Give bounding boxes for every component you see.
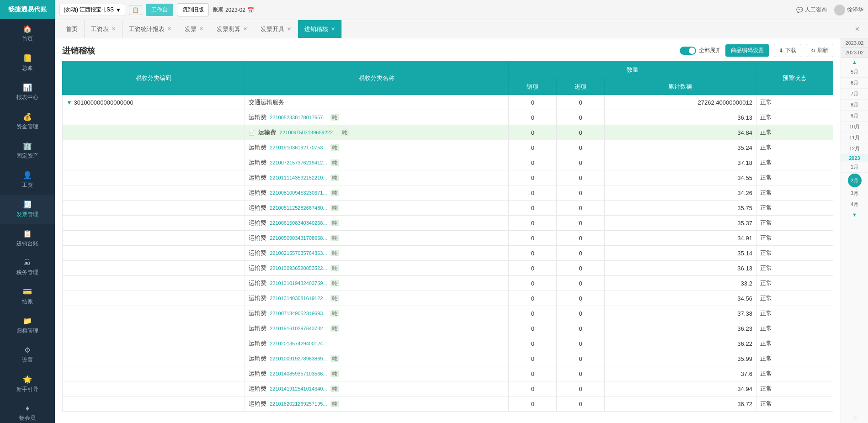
workbench-button[interactable]: 工作台 xyxy=(146,4,173,16)
page-title: 进销稽核 xyxy=(62,45,95,56)
tab-invoice-open[interactable]: 发票开具 ✕ xyxy=(254,20,298,38)
table-cell-name: 运输费 2210182021269257195... 吨 xyxy=(245,397,509,412)
tab-salary-table[interactable]: 工资表 ✕ xyxy=(85,20,122,38)
calendar-icon[interactable]: 📅 xyxy=(247,7,254,13)
calendar-month-12[interactable]: 12月 xyxy=(841,143,868,154)
sidebar-item-member[interactable]: ♦ 畅会员 xyxy=(0,399,55,423)
sidebar-item-salary[interactable]: 👤 工资 xyxy=(0,165,55,195)
table-cell-purchase: 0 xyxy=(557,397,605,412)
table-cell-sales: 0 xyxy=(509,170,557,185)
table-cell-name: 运输费 2210111143592152210... 吨 xyxy=(245,170,509,185)
copy-button[interactable]: 📋 xyxy=(129,5,142,15)
calendar-month-11[interactable]: 11月 xyxy=(841,132,868,143)
table-cell-name: 运输费 2210191610297643732... 吨 xyxy=(245,321,509,336)
user-menu[interactable]: 徐泽华 xyxy=(834,5,863,16)
table-cell-purchase: 0 xyxy=(557,185,605,201)
sidebar-item-tax[interactable]: 🏛 税务管理 xyxy=(0,253,55,282)
table-cell-code xyxy=(63,336,245,351)
tab-invoice[interactable]: 发票 ✕ xyxy=(178,20,210,38)
tab-home[interactable]: 首页 xyxy=(59,20,85,38)
table-cell-name: 运输费 2210081009453230371... 吨 xyxy=(245,185,509,201)
sidebar-label-guide: 新手引导 xyxy=(16,386,38,393)
tab-invoice-open-label: 发票开具 xyxy=(261,25,284,33)
tab-reconcile-label: 进销稽核 xyxy=(304,25,328,33)
tab-invoice-calc[interactable]: 发票测算 ✕ xyxy=(210,20,254,38)
table-cell-sales: 0 xyxy=(509,336,557,351)
tab-salary-stats[interactable]: 工资统计报表 ✕ xyxy=(122,20,178,38)
table-cell-status: 正常 xyxy=(756,110,833,125)
tab-salary-close-icon[interactable]: ✕ xyxy=(112,26,116,32)
sidebar-item-home[interactable]: 🏠 首页 xyxy=(0,19,55,48)
table-cell-purchase: 0 xyxy=(557,321,605,336)
calendar-month-10[interactable]: 10月 xyxy=(841,122,868,132)
calendar-month-1[interactable]: 1月 xyxy=(841,162,868,173)
support-button[interactable]: 💬 人工咨询 xyxy=(796,6,827,14)
table-cell-sales: 0 xyxy=(509,351,557,366)
close-all-button[interactable]: ✕ xyxy=(851,26,863,32)
sidebar-item-assets[interactable]: 🏢 固定资产 xyxy=(0,136,55,165)
tab-reconcile-close-icon[interactable]: ✕ xyxy=(331,26,335,32)
calendar-month-2-active[interactable]: 2月 xyxy=(848,174,862,187)
company-selector[interactable]: (勿动) 江西报宝-LSS ▼ xyxy=(59,4,125,16)
table-cell-name: 运输费 2210131019432403759... 吨 xyxy=(245,276,509,291)
sidebar-item-ledger[interactable]: 📒 总账 xyxy=(0,48,55,78)
tab-salary-stats-close-icon[interactable]: ✕ xyxy=(167,26,171,32)
table-cell-sales: 0 xyxy=(509,110,557,125)
table-cell-name: 运输费 2210052338178017657... 吨 xyxy=(245,110,509,125)
table-cell-status: 正常 xyxy=(756,276,833,291)
sidebar-item-reports[interactable]: 📊 报表中心 xyxy=(0,78,55,107)
expand-icon[interactable]: ▼ xyxy=(66,99,74,106)
calendar-month-4[interactable]: 4月 xyxy=(841,199,868,210)
sidebar-item-guide[interactable]: 🌟 新手引导 xyxy=(0,370,55,399)
sidebar-item-capital[interactable]: 💰 资金管理 xyxy=(0,107,55,136)
sidebar-item-invoice[interactable]: 🧾 发票管理 xyxy=(0,195,55,224)
calendar-up-arrow[interactable]: ▲ xyxy=(841,58,868,67)
sidebar-item-settlement[interactable]: 💳 结账 xyxy=(0,282,55,311)
tab-invoice-close-icon[interactable]: ✕ xyxy=(199,26,203,32)
tab-invoice-calc-close-icon[interactable]: ✕ xyxy=(243,26,247,32)
reports-icon: 📊 xyxy=(23,83,32,92)
table-cell-purchase: 0 xyxy=(557,336,605,351)
sidebar-label-ledger: 总账 xyxy=(22,64,33,72)
calendar-month-8[interactable]: 8月 xyxy=(841,100,868,111)
col-tax-name: 税收分类名称 xyxy=(245,61,509,95)
main-area: (勿动) 江西报宝-LSS ▼ 📋 工作台 切到旧版 账期 2023-02 📅 … xyxy=(55,0,868,423)
table-cell-purchase: 0 xyxy=(557,140,605,155)
tab-reconcile[interactable]: 进销稽核 ✕ xyxy=(298,20,342,38)
download-button[interactable]: ⬇ 下载 xyxy=(774,44,801,57)
sidebar-item-sales-ledger[interactable]: 📋 进销台账 xyxy=(0,224,55,253)
table-cell-purchase: 0 xyxy=(557,231,605,246)
product-code-button[interactable]: 商品编码设置 xyxy=(725,44,769,57)
tab-invoice-open-close-icon[interactable]: ✕ xyxy=(287,26,291,32)
table-cell-name: 运输费 2210061508340340268... 吨 xyxy=(245,216,509,231)
toggle-switch[interactable] xyxy=(680,47,696,55)
toggle-expand[interactable]: 全部展开 xyxy=(680,47,721,55)
tab-invoice-label: 发票 xyxy=(185,25,197,33)
table-cell-cumulative: 36.22 xyxy=(604,336,756,351)
refresh-button[interactable]: ↻ 刷新 xyxy=(806,44,833,57)
table-cell-status: 正常 xyxy=(756,95,833,110)
table-cell-code xyxy=(63,261,245,276)
calendar-month-3[interactable]: 3月 xyxy=(841,188,868,199)
archive-icon: 📁 xyxy=(23,317,32,325)
calendar-month-9[interactable]: 9月 xyxy=(841,111,868,122)
guide-icon: 🌟 xyxy=(23,375,32,384)
table-cell-status: 正常 xyxy=(756,336,833,351)
sidebar-label-invoice: 发票管理 xyxy=(16,211,38,218)
sidebar-item-archive[interactable]: 📁 归档管理 xyxy=(0,311,55,340)
calendar-month-6[interactable]: 6月 xyxy=(841,78,868,89)
sidebar-item-settings[interactable]: ⚙ 设置 xyxy=(0,340,55,370)
calendar-month-7[interactable]: 7月 xyxy=(841,89,868,100)
col-tax-code: 税收分类编码 xyxy=(63,61,245,95)
calendar-down-arrow[interactable]: ▼ xyxy=(841,210,868,219)
support-label: 人工咨询 xyxy=(805,6,827,14)
tab-salary-stats-label: 工资统计报表 xyxy=(129,25,165,33)
table-cell-name: 运输费 2210100919278983869... 吨 xyxy=(245,351,509,366)
table-cell-status: 正常 xyxy=(756,170,833,185)
reconcile-table: 税收分类编码 税收分类名称 数量 预警状态 销项 进项 累计数额 xyxy=(62,61,833,412)
calendar-month-5[interactable]: 5月 xyxy=(841,67,868,78)
table-cell-sales: 0 xyxy=(509,201,557,216)
table-cell-purchase: 0 xyxy=(557,261,605,276)
switch-version-button[interactable]: 切到旧版 xyxy=(177,3,209,16)
table-cell-status: 正常 xyxy=(756,125,833,140)
